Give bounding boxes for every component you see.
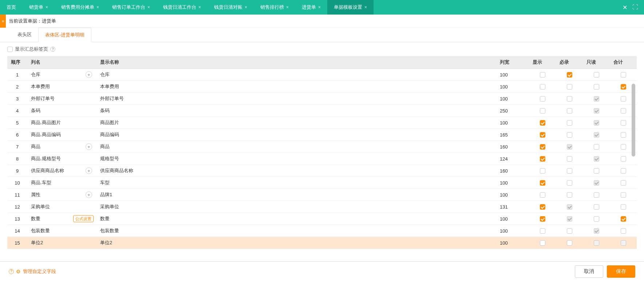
table-row[interactable]: 12采购单位采购单位131 xyxy=(7,201,637,213)
cell-display-name[interactable]: 本单费用 xyxy=(96,81,496,93)
cell-width[interactable]: 100 xyxy=(496,81,529,93)
th-width[interactable]: 列宽 xyxy=(496,56,529,69)
cell-width[interactable]: 100 xyxy=(496,189,529,201)
top-tab[interactable]: 销售订单工作台× xyxy=(106,0,157,15)
close-icon[interactable]: × xyxy=(46,5,48,10)
show-checkbox[interactable] xyxy=(540,96,545,102)
table-row[interactable]: 11属性+品牌1100 xyxy=(7,189,637,201)
readonly-checkbox[interactable] xyxy=(594,144,599,150)
readonly-checkbox[interactable] xyxy=(594,84,599,90)
total-checkbox[interactable] xyxy=(621,120,626,126)
top-tab[interactable]: 首页 xyxy=(0,0,23,15)
total-checkbox[interactable] xyxy=(621,156,626,162)
cell-display-name[interactable]: 包装数量 xyxy=(96,225,496,237)
cell-width[interactable]: 100 xyxy=(496,117,529,129)
help-icon[interactable]: ? xyxy=(9,269,14,274)
required-checkbox[interactable] xyxy=(567,156,572,162)
table-row[interactable]: 4条码条码250 xyxy=(7,105,637,117)
table-row[interactable]: 10商品.车型车型100 xyxy=(7,177,637,189)
cell-display-name[interactable]: 规格型号 xyxy=(96,153,496,165)
close-all-icon[interactable]: ✕ xyxy=(623,4,627,11)
cell-display-name[interactable]: 数量 xyxy=(96,213,496,225)
cell-width[interactable]: 160 xyxy=(496,141,529,153)
top-tab[interactable]: 销售排行榜× xyxy=(254,0,295,15)
total-checkbox[interactable] xyxy=(621,216,626,222)
collapse-toggle-icon[interactable]: » xyxy=(0,15,6,28)
required-checkbox[interactable] xyxy=(567,72,572,78)
table-row[interactable]: 8商品.规格型号规格型号124 xyxy=(7,153,637,165)
top-tab[interactable]: 钱货日清工作台× xyxy=(157,0,208,15)
cell-width[interactable]: 100 xyxy=(496,237,529,249)
cell-width[interactable]: 124 xyxy=(496,153,529,165)
th-disp[interactable]: 显示名称 xyxy=(96,56,496,69)
show-summary-checkbox[interactable] xyxy=(7,47,13,52)
scrollbar-track[interactable] xyxy=(632,84,635,249)
show-checkbox[interactable] xyxy=(540,216,545,222)
table-row[interactable]: 1仓库+仓库100 xyxy=(7,69,637,81)
fullscreen-icon[interactable]: ⛶ xyxy=(632,4,638,11)
help-icon[interactable]: ? xyxy=(50,47,55,52)
cell-width[interactable]: 250 xyxy=(496,105,529,117)
table-row[interactable]: 15单位2单位2100 xyxy=(7,237,637,249)
cell-display-name[interactable]: 车型 xyxy=(96,177,496,189)
th-required[interactable]: 必录 xyxy=(556,56,583,69)
show-checkbox[interactable] xyxy=(540,168,545,174)
close-icon[interactable]: × xyxy=(286,5,289,10)
close-icon[interactable]: × xyxy=(245,5,247,10)
required-checkbox[interactable] xyxy=(567,180,572,186)
required-checkbox[interactable] xyxy=(567,120,572,126)
table-row[interactable]: 14包装数量包装数量100 xyxy=(7,225,637,237)
show-checkbox[interactable] xyxy=(540,192,545,198)
total-checkbox[interactable] xyxy=(621,228,626,234)
required-checkbox[interactable] xyxy=(567,132,572,138)
top-tab[interactable]: 单据模板设置× xyxy=(327,0,374,15)
required-checkbox[interactable] xyxy=(567,108,572,114)
cell-width[interactable]: 100 xyxy=(496,177,529,189)
readonly-checkbox[interactable] xyxy=(594,168,599,174)
cell-display-name[interactable]: 商品 xyxy=(96,141,496,153)
table-row[interactable]: 7商品+商品160 xyxy=(7,141,637,153)
show-checkbox[interactable] xyxy=(540,72,545,78)
show-checkbox[interactable] xyxy=(540,120,545,126)
cell-width[interactable]: 100 xyxy=(496,93,529,105)
show-checkbox[interactable] xyxy=(540,156,545,162)
cell-width[interactable]: 100 xyxy=(496,213,529,225)
show-checkbox[interactable] xyxy=(540,144,545,150)
cell-display-name[interactable]: 条码 xyxy=(96,105,496,117)
total-checkbox[interactable] xyxy=(621,108,626,114)
cell-display-name[interactable]: 品牌1 xyxy=(96,189,496,201)
th-readonly[interactable]: 只读 xyxy=(583,56,610,69)
cell-width[interactable]: 100 xyxy=(496,225,529,237)
table-row[interactable]: 2本单费用本单费用100 xyxy=(7,81,637,93)
cell-display-name[interactable]: 供应商商品名称 xyxy=(96,165,496,177)
add-icon[interactable]: + xyxy=(86,191,92,198)
th-seq[interactable]: 顺序 xyxy=(7,56,27,69)
show-checkbox[interactable] xyxy=(540,84,545,90)
table-row[interactable]: 3外部订单号外部订单号100 xyxy=(7,93,637,105)
readonly-checkbox[interactable] xyxy=(594,192,599,198)
total-checkbox[interactable] xyxy=(621,180,626,186)
cell-display-name[interactable]: 采购单位 xyxy=(96,201,496,213)
close-icon[interactable]: × xyxy=(364,5,367,10)
manage-custom-fields-link[interactable]: ? ⚙ 管理自定义字段 xyxy=(9,268,56,275)
save-button[interactable]: 保存 xyxy=(607,265,635,278)
required-checkbox[interactable] xyxy=(567,240,572,246)
add-icon[interactable]: + xyxy=(86,71,92,78)
cancel-button[interactable]: 取消 xyxy=(575,265,603,278)
required-checkbox[interactable] xyxy=(567,192,572,198)
cell-display-name[interactable]: 仓库 xyxy=(96,69,496,81)
th-name[interactable]: 列名 xyxy=(27,56,96,69)
close-icon[interactable]: × xyxy=(147,5,150,10)
cell-width[interactable]: 100 xyxy=(496,69,529,81)
required-checkbox[interactable] xyxy=(567,228,572,234)
total-checkbox[interactable] xyxy=(621,192,626,198)
table-row[interactable]: 6商品.商品编码商品编码165 xyxy=(7,129,637,141)
cell-width[interactable]: 131 xyxy=(496,201,529,213)
add-icon[interactable]: + xyxy=(86,143,92,150)
cell-display-name[interactable]: 商品图片 xyxy=(96,117,496,129)
table-row[interactable]: 13数量公式设置数量100 xyxy=(7,213,637,225)
show-checkbox[interactable] xyxy=(540,180,545,186)
total-checkbox[interactable] xyxy=(621,168,626,174)
show-checkbox[interactable] xyxy=(540,132,545,138)
show-checkbox[interactable] xyxy=(540,228,545,234)
